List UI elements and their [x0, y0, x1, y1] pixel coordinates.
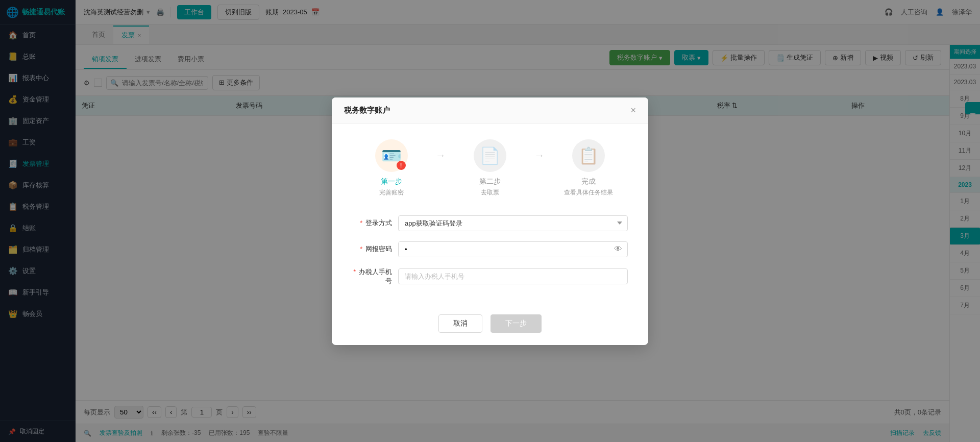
step-3: 📋 完成 查看具体任务结果	[550, 139, 628, 197]
step3-title: 完成	[581, 177, 596, 186]
arrow-1-2: →	[430, 139, 451, 161]
phone-label-text: 办税人手机号	[359, 268, 392, 285]
step-1: 🪪 ! 第一步 完善账密	[352, 139, 430, 197]
phone-row: * 办税人手机号	[352, 267, 628, 286]
step2-title: 第二步	[479, 177, 501, 186]
step1-sub: 完善账密	[379, 188, 404, 197]
phone-label: * 办税人手机号	[352, 267, 398, 286]
required-mark: *	[360, 219, 362, 227]
step-2: 📄 第二步 去取票	[451, 139, 529, 197]
phone-control	[398, 268, 628, 284]
step1-title: 第一步	[381, 177, 402, 186]
eye-toggle-icon[interactable]: 👁	[609, 244, 627, 254]
modal-footer: 取消 下一步	[332, 306, 648, 345]
modal-body: 🪪 ! 第一步 完善账密 → 📄 第二步 去取票 →	[332, 124, 648, 306]
login-method-control: app获取验证码登录 密码登录	[398, 215, 628, 231]
modal-close-btn[interactable]: ×	[630, 106, 636, 115]
login-method-label: * 登录方式	[352, 218, 398, 228]
password-row: * 网报密码 👁	[352, 241, 628, 257]
step3-icon-wrap: 📋	[572, 139, 605, 172]
step3-icon: 📋	[578, 146, 599, 165]
phone-input[interactable]	[398, 268, 628, 284]
step1-icon-wrap: 🪪 !	[375, 139, 408, 172]
step2-sub: 去取票	[481, 188, 499, 197]
modal-title: 税务数字账户	[344, 106, 390, 115]
password-input-wrap: 👁	[398, 241, 628, 257]
password-input[interactable]	[399, 242, 609, 257]
modal-overlay[interactable]: 税务数字账户 × 🪪 ! 第一步 完善账密 →	[0, 0, 980, 442]
required-mark-3: *	[353, 268, 356, 276]
next-step-btn[interactable]: 下一步	[491, 314, 542, 333]
step2-icon: 📄	[480, 146, 500, 165]
password-label-text: 网报密码	[365, 245, 392, 253]
arrow-2-3: →	[529, 139, 550, 161]
password-label: * 网报密码	[352, 244, 398, 254]
modal-header: 税务数字账户 ×	[332, 97, 648, 124]
step3-sub: 查看具体任务结果	[564, 188, 613, 197]
login-method-row: * 登录方式 app获取验证码登录 密码登录	[352, 215, 628, 231]
step1-badge: !	[397, 161, 406, 170]
required-mark-2: *	[360, 245, 362, 253]
step2-icon-wrap: 📄	[474, 139, 506, 172]
password-control: 👁	[398, 241, 628, 257]
cancel-btn[interactable]: 取消	[438, 314, 482, 333]
modal-dialog: 税务数字账户 × 🪪 ! 第一步 完善账密 →	[332, 97, 648, 345]
login-method-select[interactable]: app获取验证码登录 密码登录	[398, 215, 628, 231]
steps: 🪪 ! 第一步 完善账密 → 📄 第二步 去取票 →	[352, 139, 628, 197]
login-method-label-text: 登录方式	[365, 219, 392, 227]
